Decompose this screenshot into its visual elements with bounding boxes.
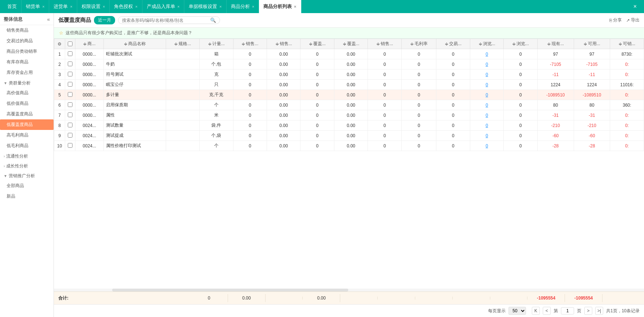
period-btn[interactable]: 近一月 xyxy=(94,16,115,24)
share-btn[interactable]: ⎘ 分享 xyxy=(609,17,622,23)
sidebar-item-high-margin[interactable]: 高毛利商品 xyxy=(0,130,54,140)
tab-purchase[interactable]: 进货单 × xyxy=(49,0,77,13)
cell-view1[interactable]: 0 xyxy=(470,49,503,59)
sidebar-section-growth[interactable]: › 成长性分析 xyxy=(0,161,54,171)
th-cover1[interactable]: ≑覆盖... xyxy=(301,39,334,49)
th-checkbox[interactable] xyxy=(65,39,75,49)
sidebar-item-low-margin[interactable]: 低毛利商品 xyxy=(0,140,54,151)
sidebar-item-sales-goods[interactable]: 销售类商品 xyxy=(0,25,54,36)
tab-production[interactable]: 产成品入库单 × xyxy=(142,0,184,13)
row-checkbox[interactable] xyxy=(68,112,72,117)
export-btn[interactable]: ↗ 导出 xyxy=(626,17,640,23)
th-cover2[interactable]: ≑覆盖... xyxy=(334,39,368,49)
cell-view1[interactable]: 0 xyxy=(470,70,503,80)
th-name[interactable]: ≑商品名称 xyxy=(103,39,166,49)
cell-view1[interactable]: 0 xyxy=(470,110,503,120)
last-page-btn[interactable]: >| xyxy=(595,307,603,315)
cell-view1[interactable]: 0 xyxy=(470,141,503,151)
th-sales-amt[interactable]: ≑销售... xyxy=(267,39,300,49)
scroll-bar-container[interactable] xyxy=(54,289,644,292)
row-checkbox[interactable] xyxy=(68,133,72,138)
cell-checkbox[interactable] xyxy=(65,131,75,141)
tab-role-close[interactable]: × xyxy=(135,4,137,9)
th-view1[interactable]: ≑浏览... xyxy=(470,39,503,49)
th-spec[interactable]: ≑规格... xyxy=(166,39,199,49)
tab-production-close[interactable]: × xyxy=(177,4,180,9)
sidebar-item-low-coverage[interactable]: 低覆盖度商品 xyxy=(0,119,54,130)
cell-view1[interactable]: 0 xyxy=(470,131,503,141)
tab-goods-analysis[interactable]: 商品分析 × xyxy=(227,0,259,13)
cell-checkbox[interactable] xyxy=(65,141,75,151)
th-available[interactable]: ≑可用... xyxy=(574,39,610,49)
tab-template-close[interactable]: × xyxy=(219,4,221,9)
tab-goods-analysis-list[interactable]: 商品分析列表 × xyxy=(259,0,301,13)
th-cover2-sort: ≑ xyxy=(343,41,346,47)
th-sales-qty[interactable]: ≑销售... xyxy=(233,39,267,49)
row-checkbox[interactable] xyxy=(68,123,72,127)
cell-view1[interactable]: 0 xyxy=(470,80,503,90)
th-sales3[interactable]: ≑销售... xyxy=(368,39,401,49)
cell-spec xyxy=(166,59,199,70)
row-checkbox[interactable] xyxy=(68,62,72,66)
first-page-btn[interactable]: K xyxy=(532,307,540,315)
cell-checkbox[interactable] xyxy=(65,120,75,131)
row-checkbox[interactable] xyxy=(68,143,72,148)
cell-checkbox[interactable] xyxy=(65,80,75,90)
sidebar-item-new-goods[interactable]: 新品 xyxy=(0,191,54,202)
th-trade[interactable]: ≑交易... xyxy=(436,39,470,49)
cell-checkbox[interactable] xyxy=(65,90,75,100)
th-gross[interactable]: ≑毛利率 xyxy=(401,39,436,49)
cell-view1[interactable]: 0 xyxy=(470,100,503,110)
cell-view1[interactable]: 0 xyxy=(470,90,503,100)
cell-checkbox[interactable] xyxy=(65,110,75,120)
cell-view1[interactable]: 0 xyxy=(470,59,503,70)
sidebar-section-circulation[interactable]: › 流通性分析 xyxy=(0,151,54,161)
sidebar-item-high-value[interactable]: 高价值商品 xyxy=(0,88,54,98)
th-current[interactable]: ≑现有... xyxy=(537,39,574,49)
cell-view2: 0 xyxy=(504,90,537,100)
th-unit[interactable]: ≑计量... xyxy=(200,39,233,49)
tab-goods-analysis-list-close[interactable]: × xyxy=(294,4,296,9)
tab-permission-close[interactable]: × xyxy=(103,4,105,9)
sidebar-section-cluster[interactable]: ▼ 类群量分析 xyxy=(0,78,54,88)
row-checkbox[interactable] xyxy=(68,92,72,97)
th-settings[interactable]: ⚙ xyxy=(54,39,65,49)
next-page-btn[interactable]: > xyxy=(584,307,592,315)
th-code[interactable]: ≑商... xyxy=(75,39,104,49)
sidebar-section-marketing[interactable]: ▼ 营销推广分析 xyxy=(0,171,54,181)
sidebar-item-stocked-goods[interactable]: 有库存商品 xyxy=(0,57,54,67)
sidebar-item-low-value[interactable]: 低价值商品 xyxy=(0,98,54,109)
tab-purchase-close[interactable]: × xyxy=(70,4,72,9)
sidebar-collapse-btn[interactable]: « xyxy=(47,16,50,22)
tab-home[interactable]: 首页 xyxy=(1,0,21,13)
tab-role[interactable]: 角色授权 × xyxy=(110,0,142,13)
row-checkbox[interactable] xyxy=(68,82,72,87)
search-input[interactable] xyxy=(122,18,209,23)
select-all-checkbox[interactable] xyxy=(68,41,72,46)
th-saleable[interactable]: ≑可销... xyxy=(610,39,644,49)
tab-permission[interactable]: 权限设置 × xyxy=(77,0,110,13)
sidebar-item-stock-capital[interactable]: 库存资金占用 xyxy=(0,67,54,78)
cell-trade: 0 xyxy=(436,100,470,110)
cell-checkbox[interactable] xyxy=(65,100,75,110)
cell-checkbox[interactable] xyxy=(65,70,75,80)
page-number-input[interactable]: 1 xyxy=(561,307,574,314)
row-checkbox[interactable] xyxy=(68,51,72,56)
th-view2[interactable]: ≑浏览... xyxy=(504,39,537,49)
per-page-select[interactable]: 50 xyxy=(508,307,526,315)
cell-checkbox[interactable] xyxy=(65,49,75,59)
tab-goods-analysis-close[interactable]: × xyxy=(252,4,254,9)
sidebar-item-high-coverage[interactable]: 高覆盖度商品 xyxy=(0,109,54,119)
tab-sales[interactable]: 销货单 × xyxy=(21,0,49,13)
tab-template[interactable]: 单据模板设置 × xyxy=(184,0,226,13)
window-close-btn[interactable]: × xyxy=(628,3,643,10)
sidebar-item-traded-goods[interactable]: 交易过的商品 xyxy=(0,36,54,46)
sidebar-item-category-rate[interactable]: 商品分类动销率 xyxy=(0,46,54,57)
row-checkbox[interactable] xyxy=(68,72,72,76)
sidebar-item-all-goods[interactable]: 全部商品 xyxy=(0,181,54,191)
cell-checkbox[interactable] xyxy=(65,59,75,70)
cell-view1[interactable]: 0 xyxy=(470,120,503,131)
prev-page-btn[interactable]: < xyxy=(543,307,551,315)
row-checkbox[interactable] xyxy=(68,102,72,107)
tab-sales-close[interactable]: × xyxy=(42,4,44,9)
